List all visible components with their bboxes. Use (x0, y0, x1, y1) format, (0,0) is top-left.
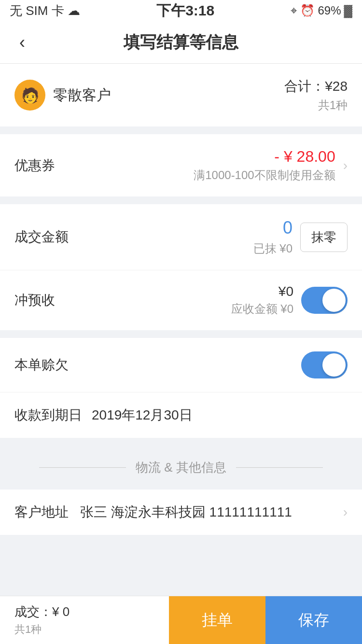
coupon-value-wrap: - ¥ 28.00 满1000-100不限制使用金额 › (194, 148, 348, 183)
customer-left: 🧑 零散客户 (14, 80, 111, 111)
customer-row: 🧑 零散客户 合计：¥28 共1种 (0, 64, 362, 126)
coupon-amount: - ¥ 28.00 (194, 148, 335, 166)
bottom-bar: 成交：¥ 0 共1种 挂单 保存 (0, 596, 362, 644)
bottom-deal-value: ¥ 0 (52, 604, 70, 619)
coupon-label: 优惠券 (14, 156, 55, 175)
address-card[interactable]: 客户地址 张三 海淀永丰科技园 11111111111 › (0, 490, 362, 535)
deal-amount-sub: 已抹 ¥0 (253, 241, 292, 256)
deal-amount-row: 成交金额 0 已抹 ¥0 抹零 (0, 204, 362, 270)
coupon-chevron-icon: › (343, 158, 348, 173)
credit-row: 本单赊欠 (0, 338, 362, 392)
hold-button[interactable]: 挂单 (169, 596, 265, 644)
due-date-row: 收款到期日 2019年12月30日 (0, 392, 362, 438)
credit-toggle[interactable] (301, 351, 348, 378)
prepay-sub: 应收金额 ¥0 (231, 301, 293, 317)
customer-avatar: 🧑 (14, 80, 45, 111)
nav-bar: ‹ 填写结算等信息 (0, 21, 362, 64)
address-row[interactable]: 客户地址 张三 海淀永丰科技园 11111111111 › (0, 490, 362, 535)
prepay-toggle[interactable] (301, 287, 348, 314)
toggle-knob (322, 289, 346, 312)
customer-summary: 合计：¥28 共1种 (284, 77, 348, 113)
prepay-value-wrap: ¥0 应收金额 ¥0 (231, 284, 348, 317)
address-chevron-icon: › (343, 504, 348, 520)
location-icon: ⌖ (291, 4, 297, 17)
logistics-divider-line: 物流 & 其他信息 (14, 459, 348, 476)
status-time: 下午3:18 (156, 1, 214, 21)
status-left: 无 SIM 卡 ☁ (10, 2, 80, 19)
customer-card: 🧑 零散客户 合计：¥28 共1种 (0, 64, 362, 126)
prepay-label: 冲预收 (14, 291, 55, 309)
address-label: 客户地址 (14, 503, 69, 521)
bottom-info: 成交：¥ 0 共1种 (0, 596, 169, 644)
due-date-label: 收款到期日 (14, 406, 82, 424)
address-value: 张三 海淀永丰科技园 11111111111 (80, 503, 343, 521)
coupon-card[interactable]: 优惠券 - ¥ 28.00 满1000-100不限制使用金额 › (0, 134, 362, 196)
coupon-description: 满1000-100不限制使用金额 (194, 168, 335, 183)
deal-amount-value-wrap: 0 已抹 ¥0 抹零 (253, 218, 348, 256)
deal-amount-label: 成交金额 (14, 228, 69, 246)
content-area: 🧑 零散客户 合计：¥28 共1种 优惠券 - ¥ 28.00 满1000-10… (0, 64, 362, 639)
bottom-deal-label: 成交： (14, 604, 52, 619)
status-bar: 无 SIM 卡 ☁ 下午3:18 ⌖ ⏰ 69% ▓ (0, 0, 362, 21)
round-zero-button[interactable]: 抹零 (300, 223, 348, 252)
logistics-title: 物流 & 其他信息 (136, 459, 226, 476)
sim-indicator: 无 SIM 卡 ☁ (10, 2, 80, 19)
credit-label: 本单赊欠 (14, 356, 69, 374)
customer-count: 共1种 (284, 98, 348, 113)
coupon-row[interactable]: 优惠券 - ¥ 28.00 满1000-100不限制使用金额 › (0, 134, 362, 196)
back-button[interactable]: ‹ (14, 28, 30, 57)
prepay-row: 冲预收 ¥0 应收金额 ¥0 (0, 270, 362, 330)
credit-toggle-knob (322, 353, 346, 377)
save-button[interactable]: 保存 (265, 596, 362, 644)
credit-card: 本单赊欠 收款到期日 2019年12月30日 (0, 338, 362, 438)
battery-level: 69% (318, 4, 341, 17)
deal-prepay-card: 成交金额 0 已抹 ¥0 抹零 冲预收 ¥0 应收金额 ¥0 (0, 204, 362, 330)
battery-icon: ▓ (344, 4, 353, 17)
status-right: ⌖ ⏰ 69% ▓ (291, 4, 352, 17)
alarm-icon: ⏰ (300, 4, 315, 17)
deal-amount-value: 0 (253, 218, 292, 238)
bottom-deal-count: 共1种 (14, 622, 154, 637)
page-title: 填写结算等信息 (124, 31, 238, 54)
logistics-header: 物流 & 其他信息 (0, 446, 362, 490)
customer-total: 合计：¥28 (284, 77, 348, 96)
prepay-value-right: ¥0 应收金额 ¥0 (231, 284, 293, 317)
avatar-icon: 🧑 (21, 87, 39, 104)
bottom-deal-amount: 成交：¥ 0 (14, 603, 154, 620)
prepay-value: ¥0 (231, 284, 293, 299)
deal-amount-right: 0 已抹 ¥0 (253, 218, 292, 256)
customer-name: 零散客户 (53, 85, 111, 105)
coupon-value-right: - ¥ 28.00 满1000-100不限制使用金额 (194, 148, 335, 183)
due-date-value: 2019年12月30日 (92, 406, 193, 424)
